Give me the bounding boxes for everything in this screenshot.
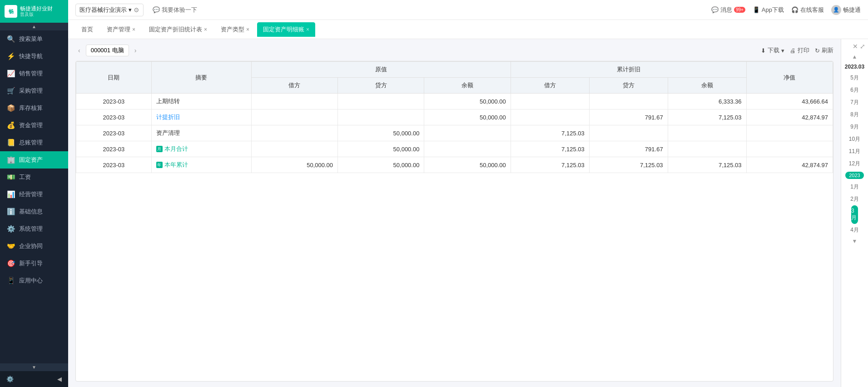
sidebar-item-guide[interactable]: 🎯 新手引导 — [0, 255, 68, 272]
net-value-cell — [746, 125, 833, 141]
col-summary: 摘要 — [151, 62, 251, 94]
panel-down-arrow[interactable]: ▼ — [850, 236, 859, 246]
sidebar-item-operation[interactable]: 📊 经营管理 — [0, 186, 68, 203]
sidebar-item-salary[interactable]: 💵 工资 — [0, 169, 68, 186]
accum-debit-cell: 7,125.03 — [511, 125, 589, 141]
month-item[interactable]: 10月 — [849, 133, 860, 145]
print-icon: 🖨 — [790, 47, 796, 54]
sidebar-item-sales[interactable]: 📈 销售管理 — [0, 65, 68, 82]
refresh-btn[interactable]: ↻ 刷新 — [815, 46, 833, 55]
message-btn[interactable]: 💬 消息 99+ — [711, 6, 745, 14]
accum-balance-cell — [668, 141, 746, 157]
guide-icon: 🎯 — [6, 259, 15, 268]
online-service-btn[interactable]: 🎧 在线客服 — [791, 6, 824, 14]
basic-info-icon: ℹ️ — [6, 208, 15, 216]
net-value-cell: 43,666.64 — [746, 94, 833, 109]
avatar-icon: 👤 — [831, 5, 841, 15]
download-btn[interactable]: ⬇ 下载 ▾ — [761, 46, 784, 55]
panel-up-arrow[interactable]: ▲ — [850, 52, 859, 62]
month-item[interactable]: 5月 — [849, 72, 860, 84]
orig-credit-cell — [338, 94, 424, 109]
accum-debit-cell — [511, 94, 589, 109]
sidebar-logo: 畅 畅捷通好业财 普及版 — [0, 0, 68, 23]
tab-asset-mgmt-close[interactable]: × — [132, 26, 135, 33]
fixed-assets-icon: 🏢 — [6, 156, 15, 164]
company-settings-icon[interactable]: ⚙ — [134, 6, 139, 14]
search-icon: 🔍 — [6, 35, 15, 43]
user-avatar[interactable]: 👤 畅捷通 — [831, 5, 861, 15]
sidebar-scroll-down[interactable]: ▼ — [0, 363, 68, 371]
sidebar-item-system[interactable]: ⚙️ 系统管理 — [0, 220, 68, 238]
experience-btn[interactable]: 💬 我要体验一下 — [153, 6, 197, 14]
sidebar-item-label: 经营管理 — [19, 190, 43, 198]
tab-depreciation-stat[interactable]: 固定资产折旧统计表 × — [143, 22, 213, 37]
panel-expand-btn[interactable]: ⤢ — [860, 43, 865, 50]
prev-arrow[interactable]: ‹ — [75, 46, 83, 55]
next-arrow[interactable]: › — [132, 46, 139, 55]
quick-nav-icon: ⚡ — [6, 52, 15, 60]
date-cell: 2023-03 — [76, 109, 152, 125]
summary-cell[interactable]: 计提折旧 — [151, 109, 251, 125]
month-item[interactable]: 7月 — [849, 96, 860, 109]
tab-asset-detail[interactable]: 固定资产明细账 × — [257, 22, 315, 37]
sidebar-item-label: 企业协同 — [19, 242, 43, 250]
company-selector[interactable]: 医疗器械行业演示 ▾ ⚙ — [75, 4, 144, 16]
sidebar-item-search[interactable]: 🔍 搜索菜单 — [0, 30, 68, 48]
orig-debit-cell: 50,000.00 — [251, 157, 337, 173]
month-item[interactable]: 9月 — [849, 121, 860, 133]
sidebar-item-app-center[interactable]: 📱 应用中心 — [0, 272, 68, 289]
table-row: 2023-03 计提折旧 50,000.00 791.67 7,125.03 4… — [76, 109, 833, 125]
orig-balance-cell: 50,000.00 — [424, 109, 511, 125]
month-item[interactable]: 2月 — [850, 193, 859, 205]
accum-balance-cell — [668, 125, 746, 141]
col-orig-balance: 余额 — [424, 78, 511, 94]
accum-balance-cell: 7,125.03 — [668, 109, 746, 125]
orig-debit-cell — [251, 125, 337, 141]
sidebar-item-funds[interactable]: 💰 资金管理 — [0, 117, 68, 134]
year-badge[interactable]: 2023 — [845, 172, 863, 179]
tab-home[interactable]: 首页 — [75, 22, 99, 37]
enterprise-icon: 🤝 — [6, 242, 15, 250]
app-download-btn[interactable]: 📱 App下载 — [753, 6, 784, 14]
month-item[interactable]: 4月 — [850, 224, 859, 236]
accum-credit-cell — [589, 94, 668, 109]
date-cell: 2023-03 — [76, 157, 152, 173]
accum-credit-cell: 7,125.03 — [589, 157, 668, 173]
collapse-icon[interactable]: ◀ — [57, 376, 62, 382]
sidebar-item-ledger[interactable]: 📒 总账管理 — [0, 134, 68, 151]
tab-asset-type-close[interactable]: × — [246, 26, 249, 33]
col-accum-credit: 贷方 — [589, 78, 668, 94]
settings-icon[interactable]: ⚙️ — [6, 376, 14, 382]
accum-credit-cell: 791.67 — [589, 109, 668, 125]
company-name: 医疗器械行业演示 — [79, 6, 127, 14]
sidebar-item-inventory[interactable]: 📦 库存核算 — [0, 99, 68, 117]
message-badge: 99+ — [734, 7, 745, 13]
sidebar-item-label: 新手引导 — [19, 259, 43, 268]
month-item[interactable]: 11月 — [849, 145, 860, 158]
tab-asset-detail-close[interactable]: × — [306, 26, 309, 33]
accum-debit-cell: 7,125.03 — [511, 157, 589, 173]
sidebar-item-fixed-assets[interactable]: 🏢 固定资产 — [0, 151, 68, 169]
panel-close-btn[interactable]: ✕ — [853, 43, 858, 50]
tab-asset-mgmt[interactable]: 资产管理 × — [101, 22, 141, 37]
sidebar-item-purchase[interactable]: 🛒 采购管理 — [0, 82, 68, 99]
summary-cell: 上期结转 — [151, 94, 251, 109]
month-item[interactable]: 1月 — [850, 181, 859, 193]
accum-balance-cell: 7,125.03 — [668, 157, 746, 173]
print-btn[interactable]: 🖨 打印 — [790, 46, 809, 55]
sidebar-item-basic-info[interactable]: ℹ️ 基础信息 — [0, 203, 68, 220]
date-cell: 2023-03 — [76, 125, 152, 141]
tab-depreciation-stat-close[interactable]: × — [204, 26, 207, 33]
sidebar-item-enterprise[interactable]: 🤝 企业协同 — [0, 238, 68, 255]
month-item[interactable]: 8月 — [849, 109, 860, 121]
month-item[interactable]: 12月 — [849, 158, 860, 170]
tab-asset-type[interactable]: 资产类型 × — [215, 22, 255, 37]
orig-credit-cell — [338, 109, 424, 125]
date-cell: 2023-03 — [76, 94, 152, 109]
system-icon: ⚙️ — [6, 225, 15, 233]
month-item[interactable]: 6月 — [849, 84, 860, 96]
main-area: 医疗器械行业演示 ▾ ⚙ 💬 我要体验一下 💬 消息 99+ 📱 App下载 🎧… — [68, 0, 868, 387]
month-item[interactable]: 3月 — [851, 205, 858, 224]
sidebar-scroll-up[interactable]: ▲ — [0, 23, 68, 30]
sidebar-item-quick-nav[interactable]: ⚡ 快捷导航 — [0, 48, 68, 65]
